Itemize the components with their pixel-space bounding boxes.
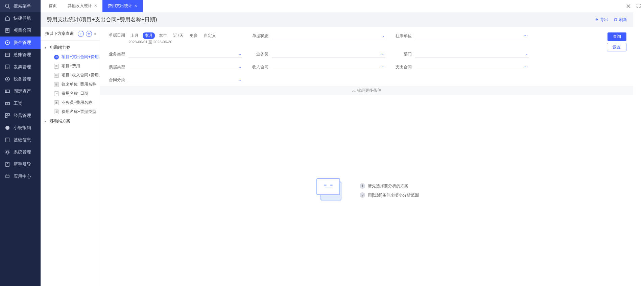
date-opt-7days[interactable]: 近7天 [171, 32, 186, 39]
empty-illustration [314, 175, 352, 206]
tree-leaf[interactable]: ◎ 项目+支出合同+费用... [41, 52, 100, 62]
sidebar-item-fund[interactable]: 资金管理 [0, 37, 41, 49]
tree-leaf[interactable]: ▤ 项目+收入合同+费用... [41, 71, 100, 80]
sidebar-item-search[interactable]: 搜索菜单 [0, 0, 41, 12]
sidebar-item-label: 系统管理 [14, 149, 31, 155]
field-status[interactable]: 单据状态 ⌄ [250, 32, 385, 39]
sidebar-item-label: 发票管理 [14, 64, 31, 70]
query-button[interactable]: 查询 [607, 32, 626, 41]
sidebar-item-apps[interactable]: 应用中心 [0, 170, 41, 183]
field-biz-type[interactable]: 业务类型 ⌄ [107, 51, 242, 57]
tree-leaf-label: 往来单位+费用名称 [62, 81, 96, 87]
sidebar-item-label: 税务管理 [14, 76, 31, 82]
chart-icon: ⊿ [54, 91, 59, 96]
scheme-tree: ▾ 电脑端方案 ◎ 项目+支出合同+费用... ▥ 项目+费用 ▤ 项目+收入合… [41, 41, 100, 128]
collapse-filters-button[interactable]: ︽ 收起更多条件 [100, 86, 633, 95]
page-header: 费用支出统计(项目+支出合同+费用名称+日期) 导出 刷新 [41, 12, 633, 27]
sidebar-item-ledger[interactable]: 总账管理 [0, 49, 41, 61]
date-opt-last-month[interactable]: 上月 [128, 32, 141, 39]
more-icon: ··· [380, 65, 385, 69]
tree-group-pc[interactable]: ▾ 电脑端方案 [41, 43, 100, 52]
tree-leaf[interactable]: ▦ 往来单位+费用名称 [41, 80, 100, 89]
svg-point-27 [88, 33, 90, 34]
sidebar-item-system[interactable]: 系统管理 [0, 146, 41, 158]
date-opt-more[interactable]: 更多 [188, 32, 200, 39]
date-opt-this-month[interactable]: 本月 [143, 32, 155, 39]
chevron-down-icon: ⌄ [382, 34, 385, 38]
sidebar-item-contract[interactable]: 项目合同 [0, 24, 41, 37]
field-income-contract[interactable]: 收入合同 ··· [250, 64, 385, 70]
tab-other-income[interactable]: 其他收入统计 ✕ [62, 0, 102, 12]
tree-leaf[interactable]: ▥ 项目+费用 [41, 62, 100, 71]
collapse-panel-button[interactable]: « [94, 31, 96, 36]
tree-leaf[interactable]: ⊿ 费用名称+日期 [41, 89, 100, 98]
tree-leaf[interactable]: ▣ 业务员+费用名称 [41, 98, 100, 107]
refresh-icon [614, 18, 618, 22]
date-opt-custom[interactable]: 自定义 [202, 32, 218, 39]
bar-icon: ▥ [54, 64, 59, 69]
sidebar-item-guide[interactable]: 新手引导 [0, 158, 41, 170]
export-icon [595, 18, 599, 22]
scheme-header: 按以下方案查询 + « [41, 27, 100, 41]
ledger-icon [5, 52, 10, 57]
table-icon: ▣ [54, 100, 59, 105]
svg-rect-15 [8, 114, 9, 115]
sidebar-item-ops[interactable]: 经营管理 [0, 110, 41, 122]
svg-rect-12 [5, 102, 9, 105]
reimburse-icon [5, 125, 10, 130]
field-label: 业务员 [250, 51, 268, 57]
sidebar-item-invoice[interactable]: 发票管理 [0, 61, 41, 73]
sidebar-item-label: 基础信息 [14, 137, 31, 143]
right-rail [633, 0, 644, 286]
filter-area: 单据日期 上月 本月 本年 近7天 更多 自定义 [100, 27, 633, 286]
field-unit[interactable]: 往来单位 ··· [393, 32, 529, 39]
empty-state: 1 请先选择要分析的方案 2 用[过滤]条件来缩小分析范围 [100, 95, 633, 286]
svg-rect-6 [5, 53, 9, 56]
tree-leaf-label: 费用名称+日期 [62, 91, 88, 96]
field-label: 票据类型 [107, 64, 125, 70]
chevron-down-icon: ⌄ [525, 52, 528, 56]
sidebar-item-info[interactable]: 基础信息 [0, 134, 41, 146]
add-scheme-button[interactable]: + [78, 31, 84, 37]
sidebar-item-salary[interactable]: 工资 [0, 97, 41, 110]
sidebar-item-quicknav[interactable]: 快捷导航 [0, 12, 41, 24]
tab-label: 首页 [49, 3, 57, 9]
scheme-settings-button[interactable] [86, 31, 92, 37]
caret-right-icon: ▸ [45, 120, 46, 123]
field-salesman[interactable]: 业务员 ··· [250, 51, 385, 57]
field-label: 业务类型 [107, 51, 125, 57]
field-ticket-type[interactable]: 票据类型 ⌄ [107, 64, 242, 70]
close-all-tabs-button[interactable] [624, 1, 633, 11]
tree-leaf[interactable]: ☰ 费用名称+票据类型 [41, 107, 100, 116]
field-dept[interactable]: 部门 ⌄ [393, 51, 529, 57]
sidebar-item-asset[interactable]: 固定资产 [0, 85, 41, 97]
gear-icon [5, 149, 10, 155]
close-icon[interactable]: ✕ [94, 4, 97, 8]
refresh-button[interactable]: 刷新 [614, 17, 627, 23]
tree-group-mobile[interactable]: ▸ 移动端方案 [41, 116, 100, 126]
contract-icon [5, 28, 10, 33]
refresh-label: 刷新 [619, 17, 627, 23]
field-label: 合同分类 [107, 77, 125, 83]
sidebar-item-reimburse[interactable]: 小畅报销 [0, 122, 41, 134]
more-icon: ··· [524, 65, 528, 69]
tab-home[interactable]: 首页 [43, 0, 62, 12]
salary-icon [5, 101, 10, 106]
tree-leaf-label: 业务员+费用名称 [62, 100, 92, 105]
export-button[interactable]: 导出 [595, 17, 608, 23]
doc-icon: ▤ [54, 73, 59, 78]
empty-step-2: 2 用[过滤]条件来缩小分析范围 [360, 192, 419, 198]
svg-point-13 [7, 103, 8, 104]
date-opt-this-year[interactable]: 本年 [157, 32, 169, 39]
field-expense-contract[interactable]: 支出合同 ··· [393, 64, 529, 70]
field-contract-category[interactable]: 合同分类 ⌄ [107, 76, 242, 83]
sidebar-item-tax[interactable]: 税务管理 [0, 73, 41, 85]
close-icon[interactable]: ✕ [134, 4, 137, 8]
sidebar-item-label: 经营管理 [14, 113, 31, 119]
chevron-up-icon: ︽ [352, 88, 356, 93]
settings-button[interactable]: 设置 [607, 43, 626, 51]
field-date: 单据日期 上月 本月 本年 近7天 更多 自定义 [107, 32, 242, 45]
tab-expense-stats[interactable]: 费用支出统计 ✕ [102, 0, 143, 12]
fullscreen-button[interactable] [636, 3, 642, 9]
empty-step-1: 1 请先选择要分析的方案 [360, 183, 419, 189]
